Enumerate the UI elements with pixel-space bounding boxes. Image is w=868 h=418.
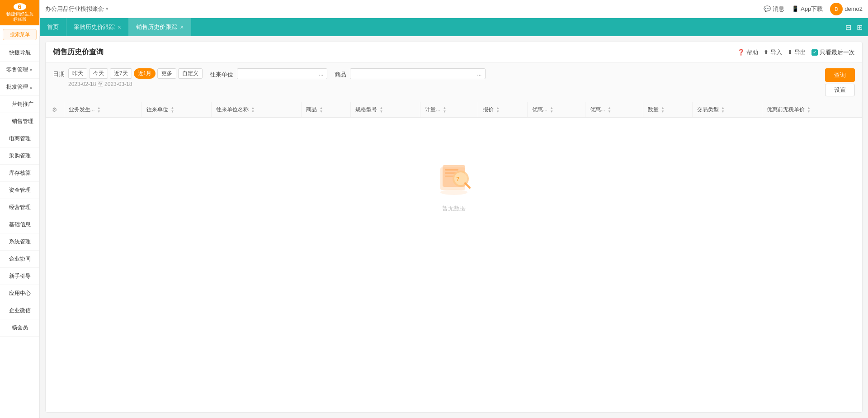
- query-button[interactable]: 查询: [825, 68, 855, 82]
- sidebar-item-kukonghe[interactable]: 库存核算: [0, 165, 39, 182]
- table-header-row: ⚙ 业务发生... ▲▼ 往来单位 ▲▼ 往来单位名称: [46, 102, 862, 118]
- partner-label: 往来单位: [210, 71, 233, 79]
- search-menu-button[interactable]: 搜索菜单: [3, 29, 37, 40]
- col-discount2[interactable]: 优惠... ▲▼: [585, 102, 643, 118]
- date-btn-custom[interactable]: 自定义: [178, 68, 203, 79]
- checkbox-icon: ✓: [811, 49, 818, 56]
- tab-purchase-history[interactable]: 采购历史价跟踪 ×: [66, 18, 129, 36]
- date-options: 昨天 今天 近7天 近1月 更多 自定义 2023-02-18 至 2023-0…: [68, 68, 203, 88]
- chevron-down-icon: ▼: [29, 68, 33, 72]
- sidebar-item-dianshangguan[interactable]: 电商管理: [0, 130, 39, 147]
- svg-line-8: [465, 183, 470, 188]
- sidebar-search-section: 搜索菜单: [0, 25, 39, 44]
- sidebar-item-xiaoshouguan[interactable]: 销售管理: [0, 113, 39, 130]
- chevron-up-icon: ▲: [29, 85, 33, 90]
- sidebar-item-kuaijie[interactable]: 快捷导航: [0, 44, 39, 62]
- sidebar-item-jingyingguan[interactable]: 经营管理: [0, 199, 39, 216]
- topbar: 办公用品行业模拟账套 ▾ 💬 消息 📱 App下载 D demo2: [40, 0, 868, 18]
- goods-input[interactable]: ...: [350, 68, 486, 79]
- date-filter-group: 日期 昨天 今天 近7天 近1月 更多 自定义 2023-02-18 至 202…: [53, 68, 203, 88]
- data-table: ⚙ 业务发生... ▲▼ 往来单位 ▲▼ 往来单位名称: [46, 102, 862, 118]
- sidebar-item-xinshouyindao[interactable]: 新手引导: [0, 268, 39, 285]
- col-goods[interactable]: 商品 ▲▼: [302, 102, 351, 118]
- sidebar: 6 畅捷销好生意 标账版 搜索菜单 快捷导航 零售管理 ▼ 批发管理 ▲ 营销推…: [0, 0, 40, 418]
- page-header-actions: ❓ 帮助 ⬆ 导入 ⬇ 导出 ✓ 只看最后一次: [737, 48, 855, 57]
- app-download-button[interactable]: 📱 App下载: [792, 5, 823, 13]
- goods-label: 商品: [335, 71, 346, 79]
- settings-button[interactable]: 设置: [825, 84, 855, 96]
- partner-input[interactable]: ...: [237, 68, 327, 79]
- date-btn-more[interactable]: 更多: [157, 68, 176, 79]
- topbar-right: 💬 消息 📱 App下载 D demo2: [764, 3, 863, 15]
- col-trade-type[interactable]: 交易类型 ▲▼: [692, 102, 762, 118]
- sidebar-item-qiyexietong[interactable]: 企业协同: [0, 251, 39, 268]
- table-container: ⚙ 业务发生... ▲▼ 往来单位 ▲▼ 往来单位名称: [46, 102, 862, 118]
- date-btn-last7days[interactable]: 近7天: [110, 68, 132, 79]
- col-quoted-price[interactable]: 报价 ▲▼: [478, 102, 527, 118]
- date-btn-last1month[interactable]: 近1月: [134, 68, 156, 79]
- help-button[interactable]: ❓ 帮助: [737, 48, 758, 57]
- sort-icon: ▲▼: [608, 106, 611, 114]
- tabs-actions: ⊟ ⊞: [840, 18, 868, 36]
- topbar-dropdown-arrow[interactable]: ▾: [106, 6, 108, 12]
- sort-icon: ▲▼: [251, 106, 255, 114]
- col-business-date[interactable]: 业务发生... ▲▼: [64, 102, 142, 118]
- filter-actions: 查询 设置: [825, 68, 855, 96]
- sidebar-item-xitongguanli[interactable]: 系统管理: [0, 233, 39, 251]
- goods-input-dots: ...: [477, 71, 481, 77]
- sort-icon: ▲▼: [443, 106, 446, 114]
- only-last-checkbox[interactable]: ✓ 只看最后一次: [811, 48, 855, 57]
- date-btn-today[interactable]: 今天: [89, 68, 108, 79]
- svg-text:?: ?: [456, 176, 459, 182]
- sidebar-item-changhui[interactable]: 畅会员: [0, 319, 39, 337]
- date-range-text: 2023-02-18 至 2023-03-18: [68, 81, 203, 88]
- sort-icon: ▲▼: [97, 106, 101, 114]
- sort-icon: ▲▼: [319, 106, 323, 114]
- import-icon: ⬆: [764, 49, 769, 56]
- message-icon: 💬: [764, 5, 771, 12]
- filter-bar: 日期 昨天 今天 近7天 近1月 更多 自定义 2023-02-18 至 202…: [46, 63, 862, 102]
- sort-icon: ▲▼: [379, 106, 383, 114]
- date-btn-yesterday[interactable]: 昨天: [68, 68, 87, 79]
- tab-sales-history[interactable]: 销售历史价跟踪 ×: [129, 18, 191, 36]
- export-button[interactable]: ⬇ 导出: [788, 48, 806, 57]
- sidebar-item-yingxiao[interactable]: 营销推广: [0, 96, 39, 113]
- settings-icon[interactable]: ⚙: [52, 106, 57, 113]
- empty-text: 暂无数据: [442, 204, 466, 213]
- sort-icon: ▲▼: [661, 106, 665, 114]
- col-partner-name[interactable]: 往来单位名称 ▲▼: [212, 102, 302, 118]
- sidebar-item-pifaguan[interactable]: 批发管理 ▲: [0, 79, 39, 96]
- message-button[interactable]: 💬 消息: [764, 5, 784, 13]
- col-spec[interactable]: 规格型号 ▲▼: [351, 102, 420, 118]
- import-button[interactable]: ⬆ 导入: [764, 48, 782, 57]
- page-card: 销售历史价查询 ❓ 帮助 ⬆ 导入 ⬇ 导出 ✓: [45, 42, 863, 413]
- topbar-title: 办公用品行业模拟账套 ▾: [45, 5, 108, 13]
- phone-icon: 📱: [792, 5, 799, 12]
- tab-close-purchase[interactable]: ×: [118, 24, 121, 30]
- col-pretax-price[interactable]: 优惠前无税单价 ▲▼: [762, 102, 862, 118]
- sidebar-item-caigouguan[interactable]: 采购管理: [0, 147, 39, 165]
- col-partner-code[interactable]: 往来单位 ▲▼: [142, 102, 212, 118]
- tab-home[interactable]: 首页: [40, 18, 66, 36]
- logo-icon: 6: [14, 3, 26, 10]
- sort-icon: ▲▼: [550, 106, 553, 114]
- col-unit[interactable]: 计量... ▲▼: [420, 102, 478, 118]
- col-quantity[interactable]: 数量 ▲▼: [643, 102, 692, 118]
- sidebar-item-zijinguan[interactable]: 资金管理: [0, 182, 39, 199]
- user-menu[interactable]: D demo2: [830, 3, 863, 15]
- help-icon: ❓: [737, 49, 745, 56]
- tab-minimize-button[interactable]: ⊟: [844, 22, 853, 33]
- logo-text: 畅捷销好生意 标账版: [6, 11, 33, 22]
- empty-illustration: ?: [431, 154, 476, 199]
- sidebar-item-yingyongzhongxin[interactable]: 应用中心: [0, 285, 39, 302]
- col-settings[interactable]: ⚙: [46, 102, 64, 118]
- tab-close-sales[interactable]: ×: [180, 24, 184, 30]
- export-icon: ⬇: [788, 49, 793, 56]
- sidebar-item-lingshouguan[interactable]: 零售管理 ▼: [0, 62, 39, 79]
- main-area: 办公用品行业模拟账套 ▾ 💬 消息 📱 App下载 D demo2 首页: [40, 0, 868, 418]
- col-discount1[interactable]: 优惠... ▲▼: [527, 102, 585, 118]
- sort-icon: ▲▼: [171, 106, 175, 114]
- sidebar-item-jichuxinxi[interactable]: 基础信息: [0, 216, 39, 233]
- sidebar-item-qiyeweixin[interactable]: 企业微信: [0, 302, 39, 319]
- tab-maximize-button[interactable]: ⊞: [855, 22, 864, 33]
